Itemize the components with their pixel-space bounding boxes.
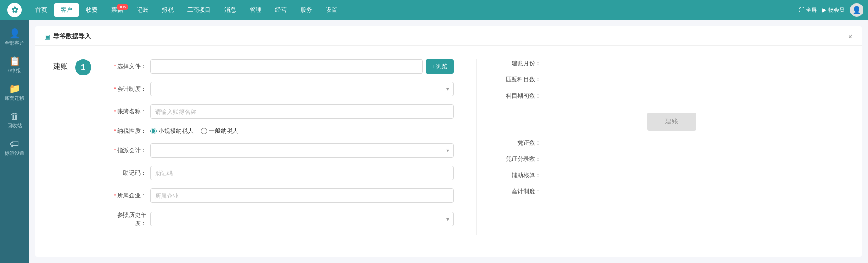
company-row: *所属企业： xyxy=(109,188,454,203)
accountant-select-wrapper xyxy=(150,143,454,158)
account-transfer-icon: 📁 xyxy=(9,84,20,93)
tax-type-row: *纳税性质： 小规模纳税人 一般纳税人 xyxy=(109,127,454,135)
aux-account-row: 辅助核算： xyxy=(499,171,844,179)
nav-ledger[interactable]: 记账 xyxy=(130,3,155,17)
file-input[interactable] xyxy=(150,59,423,74)
nav-right: ⛶ 全屏 ▶ 畅会员 👤 xyxy=(799,3,863,17)
nav-settings[interactable]: 设置 xyxy=(319,3,344,17)
sidebar: 👤 全部客户 📋 0申报 📁 账套迁移 🗑 回收站 🏷 标签设置 xyxy=(0,20,29,263)
setup-month-row: 建账月份： xyxy=(499,59,844,67)
company-input[interactable] xyxy=(150,188,454,203)
sidebar-item-recycle[interactable]: 🗑 回收站 xyxy=(0,107,29,133)
vip-btn[interactable]: ▶ 畅会员 xyxy=(822,6,844,14)
sidebar-item-account-transfer[interactable]: 📁 账套迁移 xyxy=(0,80,29,105)
accountant-select[interactable] xyxy=(150,143,454,158)
ledger-name-row: *账簿名称： xyxy=(109,104,454,119)
submit-button[interactable]: 建账 xyxy=(647,113,696,131)
voucher-row: 凭证数： xyxy=(499,139,844,147)
tag-settings-icon: 🏷 xyxy=(10,139,19,148)
file-select-row: *选择文件： +浏览 xyxy=(109,59,454,74)
page-title: 导爷数据导入 xyxy=(53,33,91,41)
accountant-row: *指派会计： xyxy=(109,143,454,158)
page-header: ▣ 导爷数据导入 × xyxy=(35,26,862,46)
nav-business[interactable]: 工商项目 xyxy=(181,3,217,17)
fullscreen-btn[interactable]: ⛶ 全屏 xyxy=(799,6,817,14)
tax-type-label: *纳税性质： xyxy=(109,127,150,135)
sidebar-item-all-customers[interactable]: 👤 全部客户 xyxy=(0,24,29,50)
sidebar-item-label: 回收站 xyxy=(7,122,22,129)
recycle-icon: 🗑 xyxy=(10,112,19,121)
new-badge: new xyxy=(117,4,128,10)
tax-type-radio-group: 小规模纳税人 一般纳税人 xyxy=(150,127,454,135)
sidebar-item-label: 标签设置 xyxy=(5,150,24,157)
memo-code-row: 助记码： xyxy=(109,166,454,180)
nav-items: 首页 客户 收费 票据 new 记账 报税 工商项目 消息 管理 经营 服务 设… xyxy=(29,3,799,17)
file-input-group: +浏览 xyxy=(150,59,454,74)
main-content: ▣ 导爷数据导入 × 建账 1 *选择文件 xyxy=(29,20,868,263)
nav-billing[interactable]: 收费 xyxy=(80,3,104,17)
nav-home[interactable]: 首页 xyxy=(29,3,53,17)
period-balance-row: 科目期初数： xyxy=(499,92,844,100)
submit-area: 建账 xyxy=(499,108,844,131)
setup-month-label: 建账月份： xyxy=(499,59,545,67)
nav-message[interactable]: 消息 xyxy=(218,3,242,17)
form-area: 建账 1 *选择文件： +浏览 xyxy=(35,46,862,249)
match-account-label: 匹配科目数： xyxy=(499,75,545,84)
form-divider xyxy=(476,59,477,235)
voucher-label: 凭证数： xyxy=(499,139,545,147)
nav-service[interactable]: 服务 xyxy=(294,3,318,17)
history-year-label: 参照历史年度： xyxy=(109,211,150,227)
ledger-name-label: *账簿名称： xyxy=(109,108,150,116)
history-year-row: 参照历史年度： xyxy=(109,211,454,227)
form-right: 建账月份： 匹配科目数： 科目期初数： 建账 xyxy=(499,59,844,235)
file-label: *选择文件： xyxy=(109,62,150,70)
account-system-label: *会计制度： xyxy=(109,85,150,93)
period-balance-label: 科目期初数： xyxy=(499,92,545,100)
page-container: ▣ 导爷数据导入 × 建账 1 *选择文件 xyxy=(35,26,862,257)
aux-account-label: 辅助核算： xyxy=(499,171,545,179)
ledger-name-input[interactable] xyxy=(150,104,454,119)
all-customers-icon: 👤 xyxy=(9,29,20,38)
logo-icon: ✿ xyxy=(7,3,22,17)
account-system-select[interactable] xyxy=(150,82,454,96)
declaration-icon: 📋 xyxy=(9,56,20,66)
sidebar-item-label: 账套迁移 xyxy=(5,95,24,102)
browse-button[interactable]: +浏览 xyxy=(426,59,454,74)
memo-code-input[interactable] xyxy=(150,166,454,180)
nav-finance[interactable]: 经营 xyxy=(269,3,293,17)
right-account-system-label: 会计制度： xyxy=(499,188,545,196)
history-year-select-wrapper xyxy=(150,212,454,226)
step-circle: 1 xyxy=(75,59,91,75)
sidebar-item-declaration[interactable]: 📋 0申报 xyxy=(0,52,29,78)
sidebar-item-label: 全部客户 xyxy=(5,40,24,47)
history-year-select[interactable] xyxy=(150,212,454,226)
account-system-select-wrapper xyxy=(150,82,454,96)
page-header-icon: ▣ xyxy=(44,33,50,40)
sidebar-item-label: 0申报 xyxy=(8,67,21,74)
avatar[interactable]: 👤 xyxy=(850,3,863,17)
memo-code-label: 助记码： xyxy=(109,169,150,177)
vip-icon: ▶ xyxy=(822,7,826,13)
voucher-entries-label: 凭证分录数： xyxy=(499,155,545,163)
logo[interactable]: ✿ xyxy=(5,0,24,20)
accountant-label: *指派会计： xyxy=(109,146,150,155)
top-nav: ✿ 首页 客户 收费 票据 new 记账 报税 工商项目 消息 管理 经营 服务… xyxy=(0,0,868,20)
company-label: *所属企业： xyxy=(109,192,150,200)
tax-general-radio[interactable]: 一般纳税人 xyxy=(201,127,238,135)
fullscreen-icon: ⛶ xyxy=(799,7,804,13)
match-account-row: 匹配科目数： xyxy=(499,75,844,84)
step-label: 建账 xyxy=(53,62,68,71)
layout: 👤 全部客户 📋 0申报 📁 账套迁移 🗑 回收站 🏷 标签设置 ▣ 导爷数据导… xyxy=(0,20,868,263)
voucher-entries-row: 凭证分录数： xyxy=(499,155,844,163)
nav-invoice[interactable]: 票据 new xyxy=(105,3,129,17)
avatar-icon: 👤 xyxy=(852,6,861,14)
sidebar-item-tag-settings[interactable]: 🏷 标签设置 xyxy=(0,135,29,160)
nav-manage[interactable]: 管理 xyxy=(243,3,268,17)
nav-tax[interactable]: 报税 xyxy=(156,3,180,17)
nav-customer[interactable]: 客户 xyxy=(54,3,79,17)
step-section: 建账 1 xyxy=(53,59,91,235)
tax-small-radio[interactable]: 小规模纳税人 xyxy=(150,127,194,135)
form-left: *选择文件： +浏览 *会计制度： xyxy=(109,59,454,235)
close-button[interactable]: × xyxy=(848,33,853,41)
right-account-system-row: 会计制度： xyxy=(499,188,844,196)
